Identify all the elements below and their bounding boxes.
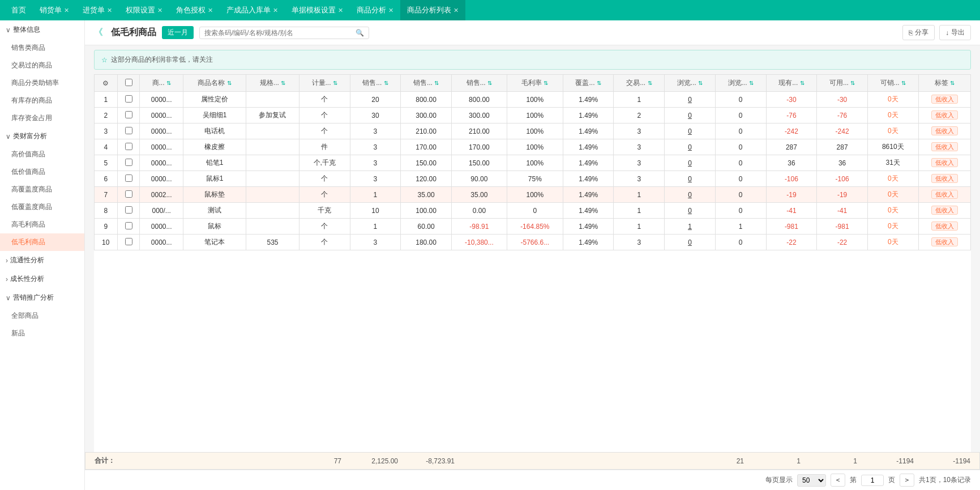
cell-12[interactable]: 0 <box>665 92 716 108</box>
nav-purchase[interactable]: 进货单 ✕ <box>76 0 119 20</box>
sidebar-section-overall[interactable]: ∨ 整体信息 <box>0 20 84 39</box>
nav-purchase-close[interactable]: ✕ <box>107 7 112 14</box>
sort-code-icon[interactable]: ⇅ <box>166 80 171 86</box>
table-footer: 合计： 77 2,125.00 -8,723.91 21 1 1 -1194 -… <box>85 452 980 470</box>
select-all-checkbox[interactable] <box>125 79 132 86</box>
cell-17: 低收入 <box>918 155 970 171</box>
cell-12[interactable]: 0 <box>665 108 716 123</box>
footer-view2: 1 <box>812 457 857 465</box>
next-page-btn[interactable]: ＞ <box>900 474 914 487</box>
cell-6: 1 <box>350 187 401 203</box>
cell-7: 150.00 <box>401 155 452 171</box>
sidebar-item-high-margin[interactable]: 高毛利商品 <box>0 216 84 233</box>
row-checkbox[interactable] <box>117 155 140 171</box>
sort-tag-icon[interactable]: ⇅ <box>950 80 955 86</box>
sort-sales-profit-icon[interactable]: ⇅ <box>487 80 492 86</box>
sidebar-item-high-value[interactable]: 高价值商品 <box>0 146 84 163</box>
arrow-flow: › <box>6 257 8 265</box>
nav-role[interactable]: 角色授权 ✕ <box>169 0 220 20</box>
row-checkbox[interactable] <box>117 171 140 187</box>
sidebar-collapse-icon[interactable]: 《 <box>94 27 103 39</box>
nav-product[interactable]: 产成品入库单 ✕ <box>220 0 285 20</box>
row-checkbox[interactable] <box>117 139 140 155</box>
sort-saleable-icon[interactable]: ⇅ <box>901 80 906 86</box>
cell-9: 100% <box>507 187 563 203</box>
search-icon[interactable]: 🔍 <box>356 29 364 37</box>
date-filter-btn[interactable]: 近一月 <box>162 26 194 39</box>
sidebar-section-growth[interactable]: › 成长性分析 <box>0 270 84 288</box>
sort-view1-icon[interactable]: ⇅ <box>698 80 703 86</box>
cell-12[interactable]: 0 <box>665 139 716 155</box>
sort-unit-icon[interactable]: ⇅ <box>333 80 337 86</box>
sidebar-item-stock-products[interactable]: 有库存的商品 <box>0 92 84 109</box>
col-checkbox[interactable] <box>117 75 140 92</box>
nav-product-close[interactable]: ✕ <box>273 7 278 14</box>
sort-trade-icon[interactable]: ⇅ <box>648 80 652 86</box>
nav-role-close[interactable]: ✕ <box>208 7 213 14</box>
nav-analysis[interactable]: 商品分析 ✕ <box>350 0 400 20</box>
page-input[interactable] <box>861 475 884 486</box>
cell-12[interactable]: 0 <box>665 203 716 219</box>
sort-name-icon[interactable]: ⇅ <box>227 80 232 86</box>
sidebar-section-wealth[interactable]: ∨ 类财富分析 <box>0 127 84 146</box>
per-page-select[interactable]: 50 10 20 100 <box>797 474 826 487</box>
nav-template[interactable]: 单据模板设置 ✕ <box>285 0 350 20</box>
sort-view2-icon[interactable]: ⇅ <box>749 80 754 86</box>
sidebar-item-all-products[interactable]: 全部商品 <box>0 307 84 325</box>
cell-12[interactable]: 0 <box>665 123 716 139</box>
share-btn[interactable]: ⎘ 分享 <box>902 25 935 40</box>
row-checkbox[interactable] <box>117 92 140 108</box>
sort-sales-qty-icon[interactable]: ⇅ <box>384 80 388 86</box>
sort-coverage-icon[interactable]: ⇅ <box>597 80 601 86</box>
row-checkbox[interactable] <box>117 219 140 235</box>
sidebar-item-high-coverage[interactable]: 高覆盖度商品 <box>0 181 84 198</box>
sort-available-icon[interactable]: ⇅ <box>850 80 855 86</box>
nav-analysis-close[interactable]: ✕ <box>388 7 393 14</box>
sidebar-item-low-value[interactable]: 低价值商品 <box>0 163 84 181</box>
sort-gross-margin-icon[interactable]: ⇅ <box>544 80 548 86</box>
row-checkbox[interactable] <box>117 235 140 250</box>
export-btn[interactable]: ↓ 导出 <box>939 25 971 40</box>
nav-sales[interactable]: 销货单 ✕ <box>33 0 76 20</box>
cell-12[interactable]: 0 <box>665 171 716 187</box>
cell-9: 75% <box>507 171 563 187</box>
nav-analysis-list-close[interactable]: ✕ <box>453 7 459 14</box>
row-checkbox[interactable] <box>117 108 140 123</box>
cell-17: 低收入 <box>918 123 970 139</box>
sidebar-item-sales-products[interactable]: 销售类商品 <box>0 39 84 57</box>
sort-current-icon[interactable]: ⇅ <box>800 80 804 86</box>
cell-12[interactable]: 1 <box>665 219 716 235</box>
sidebar-item-new-products[interactable]: 新品 <box>0 325 84 342</box>
cell-11: 2 <box>614 108 665 123</box>
row-checkbox[interactable] <box>117 203 140 219</box>
cell-12[interactable]: 0 <box>665 187 716 203</box>
cell-12[interactable]: 0 <box>665 235 716 250</box>
sidebar-section-flow[interactable]: › 流通性分析 <box>0 251 84 270</box>
row-checkbox[interactable] <box>117 187 140 203</box>
sidebar-item-low-coverage[interactable]: 低覆盖度商品 <box>0 198 84 216</box>
sidebar-item-stock-capital[interactable]: 库存资金占用 <box>0 109 84 127</box>
cell-5: 个 <box>299 92 350 108</box>
footer-trade: 21 <box>699 457 744 465</box>
nav-sales-close[interactable]: ✕ <box>64 7 69 14</box>
nav-permission[interactable]: 权限设置 ✕ <box>119 0 169 20</box>
cell-13: 0 <box>715 171 766 187</box>
sidebar-item-traded-products[interactable]: 交易过的商品 <box>0 57 84 74</box>
sidebar-item-category-rate[interactable]: 商品分类助销率 <box>0 74 84 92</box>
search-input[interactable] <box>204 29 356 37</box>
sort-spec-icon[interactable]: ⇅ <box>281 80 285 86</box>
nav-permission-close[interactable]: ✕ <box>157 7 162 14</box>
nav-home[interactable]: 首页 <box>5 0 33 20</box>
prev-page-btn[interactable]: ＜ <box>831 474 845 487</box>
nav-template-close[interactable]: ✕ <box>338 7 343 14</box>
row-checkbox[interactable] <box>117 123 140 139</box>
nav-analysis-list[interactable]: 商品分析列表 ✕ <box>400 0 465 20</box>
sidebar-section-marketing[interactable]: ∨ 营销推广分析 <box>0 288 84 307</box>
sort-sales-amount-icon[interactable]: ⇅ <box>434 80 439 86</box>
cell-12[interactable]: 0 <box>665 155 716 171</box>
search-box: 🔍 <box>199 27 369 39</box>
sidebar: ∨ 整体信息 销售类商品 交易过的商品 商品分类助销率 有库存的商品 库存资金占… <box>0 20 85 490</box>
col-settings[interactable]: ⚙ <box>95 75 118 92</box>
cell-5: 个 <box>299 187 350 203</box>
sidebar-item-low-margin[interactable]: 低毛利商品 <box>0 233 84 251</box>
